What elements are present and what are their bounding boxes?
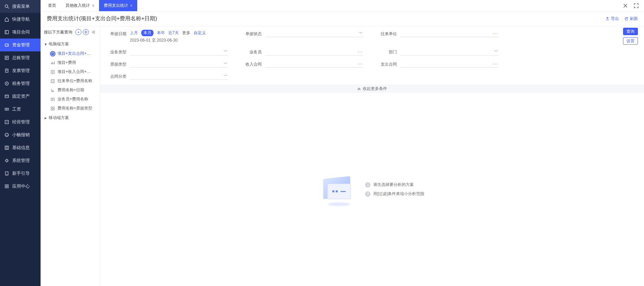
filter-label-contract-category: 合同分类 [106, 72, 126, 79]
operation-icon [4, 119, 9, 125]
settings-button[interactable]: 设置 [623, 37, 638, 45]
svg-rect-23 [51, 98, 54, 101]
sidebar-item-label: 经营管理 [12, 119, 30, 125]
department-select[interactable]: ﹀ [400, 48, 498, 55]
refresh-button[interactable]: 刷新 [624, 16, 638, 22]
scheme-item-1[interactable]: 项目+费用 [41, 58, 100, 67]
export-button[interactable]: 导出 [605, 16, 619, 22]
date-option[interactable]: 本月 [141, 30, 153, 36]
date-option[interactable]: 更多 [182, 30, 190, 36]
sidebar-item-label: 项目合同 [12, 29, 30, 35]
svg-rect-24 [51, 107, 52, 108]
biztype-select[interactable]: ﹀ [130, 48, 228, 55]
contract-category-select[interactable]: ﹀ [130, 72, 228, 80]
caret-icon: ▸ [45, 116, 47, 120]
date-option[interactable]: 自定义 [194, 30, 206, 36]
date-option[interactable]: 上月 [130, 30, 138, 36]
scheme-item-5[interactable]: 业务员+费用名称 [41, 95, 100, 104]
ledger-icon [4, 55, 9, 61]
close-icon[interactable] [622, 2, 629, 9]
refresh-label: 刷新 [630, 16, 638, 22]
svg-point-9 [6, 109, 7, 110]
empty-step-2: 用[过滤]条件来缩小分析范围 [373, 191, 424, 197]
empty-state: 1请先选择要分析的方案 2用[过滤]条件来缩小分析范围 [100, 93, 644, 286]
sidebar-item-ledger[interactable]: 总账管理 [0, 51, 41, 64]
svg-rect-15 [5, 185, 6, 186]
filter-label-date: 单据日期 [106, 30, 126, 37]
expense-contract-input[interactable]: ··· [400, 60, 498, 68]
scheme-item-0[interactable]: 项目+支出合同+费用... [41, 49, 100, 58]
sidebar-item-search[interactable]: 搜索菜单 [0, 0, 41, 13]
sidebar-item-basic[interactable]: 基础信息 [0, 141, 41, 154]
wallet-icon [4, 42, 9, 48]
filter-label-expense-contract: 支出合同 [377, 60, 397, 67]
reimburse-icon [4, 132, 9, 138]
tab-close-icon[interactable]: × [92, 3, 94, 8]
sidebar-item-assets[interactable]: 固定资产 [0, 90, 41, 103]
scheme-item-4[interactable]: 费用名称+日期 [41, 86, 100, 95]
tabs-bar: 首页其他收入统计×费用支出统计× [41, 0, 644, 11]
sidebar-item-reimburse[interactable]: 小畅报销 [0, 128, 41, 141]
sidebar-item-label: 固定资产 [12, 93, 30, 99]
collapse-filters-bar[interactable]: 收起更多条件 [100, 85, 644, 93]
income-contract-input[interactable]: ··· [265, 60, 363, 68]
empty-illustration [320, 174, 357, 205]
scheme-group[interactable]: ▾电脑端方案 [41, 39, 100, 49]
apps-icon [4, 184, 9, 189]
sidebar-item-apps[interactable]: 应用中心 [0, 180, 41, 193]
scheme-header-label: 按以下方案查询 [44, 29, 72, 35]
sidebar-item-quicknav[interactable]: 快捷导航 [0, 13, 41, 26]
guide-icon [4, 171, 9, 176]
sidebar-item-label: 系统管理 [12, 158, 30, 164]
table-icon [50, 97, 55, 102]
tab-expense-stats[interactable]: 费用支出统计× [99, 0, 137, 11]
scheme-panel: 按以下方案查询 + ▾电脑端方案项目+支出合同+费用...项目+费用项目+收入合… [41, 26, 100, 286]
sidebar-item-label: 搜索菜单 [12, 3, 30, 9]
partner-input[interactable]: ··· [400, 30, 498, 37]
step-number: 2 [365, 191, 371, 197]
scheme-settings-button[interactable] [83, 29, 89, 35]
scheme-item-6[interactable]: 费用名称+票据类型 [41, 104, 100, 113]
query-button[interactable]: 查询 [623, 28, 638, 35]
sidebar-item-contract[interactable]: 项目合同 [0, 26, 41, 39]
sidebar-item-funds[interactable]: 资金管理 [0, 39, 41, 51]
status-select[interactable]: ﹀ [265, 30, 363, 37]
step-number: 1 [365, 182, 371, 188]
book-icon [4, 29, 9, 35]
svg-rect-16 [7, 185, 8, 186]
fullscreen-icon[interactable] [633, 2, 640, 9]
svg-rect-7 [5, 95, 8, 98]
svg-rect-26 [51, 109, 52, 110]
salesman-input[interactable]: ··· [265, 48, 363, 55]
billtype-select[interactable]: ﹀ [130, 60, 228, 68]
add-scheme-button[interactable]: + [75, 29, 81, 35]
tab-close-icon[interactable]: × [130, 3, 133, 8]
more-icon: ··· [493, 62, 498, 66]
page-title: 费用支出统计(项目+支出合同+费用名称+日期) [47, 15, 157, 22]
scheme-item-3[interactable]: 往来单位+费用名称 [41, 76, 100, 86]
date-range-text: 2023-06-01 至 2023-06-30 [130, 38, 228, 43]
filter-label-department: 部门 [377, 48, 397, 55]
scheme-item-2[interactable]: 项目+收入合同+费用... [41, 67, 100, 76]
sidebar-item-salary[interactable]: 工资 [0, 103, 41, 116]
caret-icon: ▾ [45, 42, 47, 47]
scheme-item-label: 业务员+费用名称 [57, 96, 88, 102]
clock-icon [50, 51, 55, 56]
scheme-item-label: 费用名称+票据类型 [57, 105, 92, 111]
svg-point-11 [5, 133, 8, 137]
sidebar-item-tax[interactable]: 税务管理 [0, 77, 41, 90]
scheme-group[interactable]: ▸移动端方案 [41, 113, 100, 123]
date-option[interactable]: 本年 [157, 30, 165, 36]
sidebar-item-invoice[interactable]: 发票管理 [0, 64, 41, 77]
sidebar-item-system[interactable]: 系统管理 [0, 154, 41, 167]
more-icon: ··· [493, 31, 498, 36]
chevron-down-icon: ﹀ [359, 30, 363, 36]
tab-other-income[interactable]: 其他收入统计× [61, 0, 99, 11]
collapse-scheme-icon[interactable] [90, 29, 96, 35]
grid3-icon [50, 106, 55, 111]
date-option[interactable]: 近7天 [168, 30, 179, 36]
tab-home[interactable]: 首页 [43, 0, 61, 11]
sidebar-item-operation[interactable]: 经营管理 [0, 116, 41, 128]
page-header: 费用支出统计(项目+支出合同+费用名称+日期) 导出 刷新 [41, 11, 644, 26]
sidebar-item-guide[interactable]: 新手引导 [0, 167, 41, 180]
